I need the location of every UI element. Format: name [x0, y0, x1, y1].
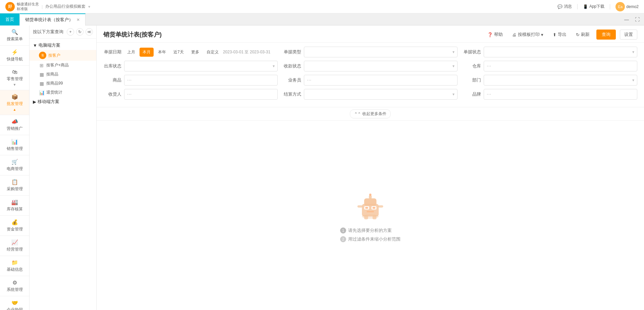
desktop-group-label: 电脑端方案: [39, 42, 60, 48]
mobile-group-label: 移动端方案: [38, 99, 59, 105]
sidebar-item-quick-nav[interactable]: ⚡ 快捷导航: [0, 46, 29, 66]
sidebar-item-basic[interactable]: 📁 基础信息: [0, 256, 29, 276]
help-icon: ❓: [487, 32, 493, 37]
sidebar: 🔍 搜索菜单 ⚡ 快捷导航 🛍 零售管理 ▼ 📦 批发管理 ▲ 📣 营销推广 📊…: [0, 25, 30, 310]
sidebar-item-inventory[interactable]: 🏭 库存核算: [0, 196, 29, 216]
date-shortcut-this-month[interactable]: 本月: [140, 48, 154, 57]
warehouse-select[interactable]: ···: [484, 61, 637, 71]
help-btn[interactable]: ❓ 帮助: [485, 30, 505, 39]
date-shortcut-last-month[interactable]: 上月: [124, 48, 138, 57]
dept-select[interactable]: ▾: [484, 75, 637, 86]
tab-sales-stats[interactable]: 销货单统计表（按客户） ✕: [20, 13, 86, 25]
date-shortcut-7days[interactable]: 近7天: [170, 48, 187, 57]
doc-type-select[interactable]: ▾: [304, 47, 458, 57]
tree-item-by-customer-goods[interactable]: ⊞ 按客户+商品: [30, 61, 96, 70]
export-btn[interactable]: ⬆ 导出: [550, 30, 569, 39]
wholesale-arrow: ▲: [13, 108, 16, 111]
filter-salesperson-field: 业务员 ···: [283, 75, 458, 86]
filter-row2: 出库状态 ▾ 收款状态 ▾ 仓库 ···: [103, 61, 637, 71]
sidebar-item-search-menu[interactable]: 🔍 搜索菜单: [0, 25, 29, 46]
user-area[interactable]: Ea demo2: [615, 2, 639, 11]
add-scheme-btn[interactable]: +: [67, 28, 74, 36]
doc-status-select[interactable]: ▾: [484, 47, 637, 57]
svg-rect-7: [364, 198, 377, 206]
template-print-icon: 🖨: [512, 32, 517, 37]
app-subtitle: 标准版: [17, 7, 39, 11]
tab-maximize-btn[interactable]: ⛶: [633, 15, 641, 23]
settings-btn[interactable]: 设置: [620, 30, 637, 40]
collapse-panel-btn[interactable]: ≪: [86, 28, 93, 36]
svg-rect-12: [364, 215, 368, 219]
doc-status-arrow: ▾: [632, 50, 634, 54]
query-btn[interactable]: 查询: [596, 30, 616, 40]
template-print-btn[interactable]: 🖨 按模板打印 ▾: [509, 30, 546, 39]
app-download-icon: 📱: [583, 4, 588, 9]
collapse-label: 收起更多条件: [362, 111, 386, 117]
message-icon: 💬: [557, 4, 562, 9]
left-panel-header: 按以下方案查询 + ↻ ≪: [30, 25, 96, 39]
sidebar-item-enterprise[interactable]: 🤝 企业协同: [0, 296, 29, 310]
refresh-icon: ↻: [576, 32, 580, 37]
message-btn[interactable]: 💬 消息: [557, 4, 572, 9]
tab-home[interactable]: 首页: [0, 13, 20, 25]
tip-num-1: 1: [340, 227, 346, 234]
refresh-btn[interactable]: ↻ 刷新: [573, 30, 592, 39]
sidebar-item-quick-label: 快捷导航: [7, 56, 23, 62]
sidebar-item-finance[interactable]: 💰 资金管理: [0, 216, 29, 236]
marketing-icon: 📣: [11, 118, 18, 125]
mobile-group-arrow: ▶: [33, 99, 36, 104]
basic-icon: 📁: [11, 259, 18, 266]
brand-select[interactable]: ···: [484, 89, 637, 100]
tab-sales-stats-label: 销货单统计表（按客户）: [25, 17, 73, 23]
logo-icon: 好: [5, 2, 15, 11]
date-shortcut-more[interactable]: 更多: [188, 48, 202, 57]
tab-close-icon[interactable]: ✕: [76, 17, 80, 22]
app-download-btn[interactable]: 📱 App下载: [583, 4, 604, 9]
consignee-select[interactable]: ···: [124, 89, 278, 100]
desktop-group-header[interactable]: ▼ 电脑端方案: [30, 41, 96, 50]
industry-label: 办公用品行业模拟账套: [45, 4, 86, 9]
sidebar-item-retail[interactable]: 🛍 零售管理 ▼: [0, 66, 29, 90]
salesperson-select[interactable]: ···: [304, 75, 458, 86]
sidebar-item-wholesale-label: 批发管理: [7, 101, 23, 107]
collapse-btn[interactable]: ⌃⌃ 收起更多条件: [350, 109, 391, 118]
consignee-label: 收货人: [103, 91, 121, 97]
sidebar-item-sales[interactable]: 📊 销售管理: [0, 135, 29, 155]
sidebar-item-ecommerce[interactable]: 🛒 电商管理: [0, 155, 29, 175]
mobile-group-header[interactable]: ▶ 移动端方案: [30, 97, 96, 106]
tab-minimize-btn[interactable]: —: [623, 15, 631, 23]
svg-rect-1: [362, 204, 379, 217]
filter-consignee-field: 收货人 ···: [103, 89, 278, 100]
date-shortcut-this-year[interactable]: 本年: [155, 48, 169, 57]
svg-rect-5: [373, 207, 375, 209]
settlement-select[interactable]: ▾: [304, 89, 458, 100]
finance-icon: 💰: [11, 219, 18, 225]
retail-arrow: ▼: [13, 83, 16, 87]
date-label: 单据日期: [103, 49, 121, 55]
sidebar-item-purchase[interactable]: 📋 采购管理: [0, 175, 29, 196]
refresh-scheme-btn[interactable]: ↻: [76, 28, 84, 36]
collapse-arrow: ⌃⌃: [354, 112, 361, 116]
sidebar-item-operation[interactable]: 📈 经营管理: [0, 236, 29, 256]
tree-item-by-customer[interactable]: 客 按客户: [30, 50, 96, 61]
sidebar-item-wholesale[interactable]: 📦 批发管理 ▲: [0, 90, 29, 115]
by-goods-icon: ▦: [39, 72, 44, 77]
filter-stock-status-field: 出库状态 ▾: [103, 61, 278, 71]
filter-row4: 收货人 ··· 结算方式 ▾ 品牌 ···: [103, 89, 637, 100]
tree-item-by-goods[interactable]: ▦ 按商品: [30, 70, 96, 79]
stock-status-select[interactable]: ▾: [124, 61, 278, 71]
filter-brand-field: 品牌 ···: [463, 89, 637, 100]
date-shortcut-custom[interactable]: 自定义: [204, 48, 222, 57]
tree-item-return-stats[interactable]: 📊 退货统计: [30, 88, 96, 97]
collect-status-select[interactable]: ▾: [304, 61, 458, 71]
purchase-icon: 📋: [11, 179, 18, 185]
by-customer-icon: 客: [39, 52, 46, 59]
sidebar-item-search-label: 搜索菜单: [7, 36, 23, 42]
sidebar-item-marketing[interactable]: 📣 营销推广: [0, 115, 29, 135]
empty-illustration: [354, 189, 387, 222]
sidebar-item-system[interactable]: ⚙ 系统管理: [0, 276, 29, 296]
template-print-label: 按模板打印: [518, 32, 540, 38]
goods-select[interactable]: ···: [124, 75, 278, 86]
tree-item-by-goods-99[interactable]: ▦ 按商品99: [30, 79, 96, 88]
sidebar-item-purchase-label: 采购管理: [7, 186, 23, 192]
